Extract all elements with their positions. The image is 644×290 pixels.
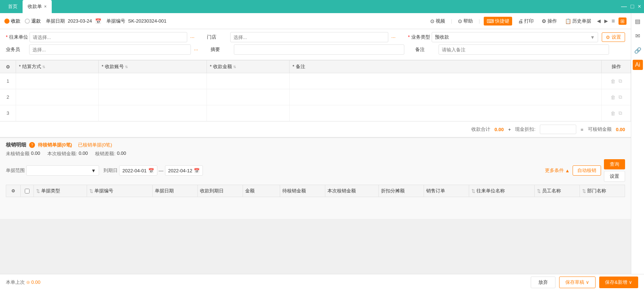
delete-icon-2[interactable]: 🗑 (610, 94, 616, 100)
remark-input-2[interactable] (292, 92, 598, 102)
td-op-3: 🗑 ⧉ (602, 105, 631, 121)
tab-home[interactable]: 首页 (3, 0, 23, 13)
refund-radio[interactable]: 退款 (25, 18, 41, 24)
td-account-3[interactable] (99, 105, 207, 121)
pending-tab[interactable]: 待核销单据(0笔) (38, 142, 72, 148)
summary-input[interactable] (234, 44, 404, 55)
verify-info-icon[interactable]: ? (29, 142, 35, 148)
sort-type-icon[interactable]: ⇅ (36, 188, 40, 194)
copy-icon-2[interactable]: ⧉ (619, 94, 622, 100)
td-account-2[interactable] (99, 89, 207, 105)
verify-table-header: ⚙ ⇅ 单据类型 ⇅ 单据编号 单据日期 收款到期日 金额 待核销金额 (6, 185, 625, 197)
sort-counterpart-icon[interactable]: ⇅ (471, 188, 475, 194)
td-amount-2[interactable] (207, 89, 290, 105)
range-select[interactable]: ▼ (26, 165, 99, 176)
rp-ai-icon[interactable]: Ai (633, 60, 643, 70)
rp-table-icon[interactable]: ▤ (633, 16, 643, 26)
more-conditions-btn[interactable]: 更多条件 ▲ (545, 167, 570, 174)
settlement-input-2[interactable] (19, 92, 95, 102)
help-btn[interactable]: ⊙ 帮助 (456, 17, 475, 25)
save-draft-arrow[interactable]: ∨ (586, 279, 589, 285)
calendar-icon[interactable]: 📅 (95, 18, 101, 24)
sort-store-icon[interactable]: ⇅ (582, 188, 586, 194)
copy-icon-1[interactable]: ⧉ (619, 78, 622, 84)
save-new-arrow[interactable]: ∨ (629, 279, 632, 285)
td-remark-2[interactable] (290, 89, 602, 105)
td-settlement-1[interactable] (16, 73, 99, 89)
nav-left-icon[interactable]: ◀ (597, 18, 601, 24)
notes-input[interactable] (439, 44, 609, 55)
salesperson-field: 业务员 ··· (6, 44, 200, 55)
store-input[interactable] (230, 32, 388, 42)
td-settlement-2[interactable] (16, 89, 99, 105)
table-row: 1 🗑 ⧉ (0, 73, 631, 89)
sort-no-icon[interactable]: ⇅ (89, 188, 93, 194)
remark-input-3[interactable] (292, 108, 598, 118)
verify-settings-btn[interactable]: 设置 (604, 171, 625, 182)
salesperson-more-icon[interactable]: ··· (192, 47, 200, 52)
vth-no-label: 单据编号 (94, 188, 113, 194)
query-btn[interactable]: 查询 (604, 159, 625, 169)
delete-icon-3[interactable]: 🗑 (610, 110, 616, 116)
settlement-input-3[interactable] (19, 108, 95, 118)
amount-input-1[interactable] (210, 76, 286, 86)
vth-settings[interactable]: ⚙ (6, 185, 21, 197)
bottom-info-icon[interactable]: ⊙ (26, 279, 30, 285)
discount-input[interactable] (540, 125, 576, 134)
settlement-input-1[interactable] (19, 76, 95, 86)
rp-link-icon[interactable]: 🔗 (633, 45, 643, 55)
abandon-btn[interactable]: 放弃 (531, 277, 555, 288)
shortcut-btn[interactable]: ⌨ 快捷键 (484, 17, 512, 26)
summary-row: 收款合计 0.00 + 现金折扣: = 可核销金额 0.00 (0, 121, 631, 137)
settings-button[interactable]: ⚙ 设置 (602, 32, 625, 42)
receipt-radio[interactable]: 收款 (4, 18, 20, 24)
sort-account[interactable]: ⇅ (125, 65, 128, 69)
minimize-icon[interactable]: — (621, 3, 627, 10)
counterpart-more-icon[interactable]: ··· (189, 34, 196, 40)
th-settings[interactable]: ⚙ (0, 60, 16, 73)
account-input-2[interactable] (102, 92, 204, 102)
save-draft-btn[interactable]: 保存草稿 ∨ (559, 277, 596, 288)
grid-icon[interactable]: ⊞ (619, 17, 627, 25)
td-settlement-3[interactable] (16, 105, 99, 121)
rp-email-icon[interactable]: ✉ (633, 31, 643, 41)
history-btn[interactable]: 📋 历史单据 (563, 17, 593, 25)
store-more-icon[interactable]: ··· (390, 34, 397, 40)
video-btn[interactable]: ⊙ 视频 (428, 17, 447, 25)
sort-amount[interactable]: ⇅ (233, 65, 236, 69)
print-btn[interactable]: 🖨 打印 (516, 17, 536, 25)
select-all-checkbox[interactable] (25, 189, 30, 193)
delete-icon-1[interactable]: 🗑 (610, 78, 616, 84)
amount-input-2[interactable] (210, 92, 286, 102)
vth-checkbox[interactable] (21, 185, 34, 197)
remark-input-1[interactable] (292, 76, 598, 86)
tab-close-icon[interactable]: × (44, 4, 47, 9)
date-to-picker[interactable]: 2022-04-12 📅 (165, 165, 203, 176)
amount-input-3[interactable] (210, 108, 286, 118)
operation-btn[interactable]: ⚙ 操作 (539, 17, 559, 25)
save-new-btn[interactable]: 保存&新增 ∨ (599, 277, 638, 288)
account-input-3[interactable] (102, 108, 204, 118)
biz-type-select[interactable]: 预收款 ▼ (432, 32, 598, 42)
th-remark-label: * 备注 (292, 63, 305, 70)
sort-employee-icon[interactable]: ⇅ (537, 188, 541, 194)
salesperson-input[interactable] (29, 44, 191, 55)
td-remark-1[interactable] (290, 73, 602, 89)
td-account-1[interactable] (99, 73, 207, 89)
sort-settlement[interactable]: ⇅ (42, 65, 45, 69)
list-icon[interactable]: ≡ (612, 18, 615, 24)
date-from-picker[interactable]: 2022-04-01 📅 (119, 165, 157, 176)
td-remark-3[interactable] (290, 105, 602, 121)
done-tab[interactable]: 已核销单据(0笔) (78, 142, 112, 148)
counterpart-input[interactable] (30, 32, 188, 42)
maximize-icon[interactable]: □ (631, 3, 634, 10)
td-amount-1[interactable] (207, 73, 290, 89)
td-amount-3[interactable] (207, 105, 290, 121)
nav-right-icon[interactable]: ▶ (604, 18, 608, 24)
account-input-1[interactable] (102, 76, 204, 86)
close-icon[interactable]: × (638, 3, 641, 10)
tab-receipt[interactable]: 收款单 × (23, 0, 52, 13)
copy-icon-3[interactable]: ⧉ (619, 110, 622, 116)
filter-right: 更多条件 ▲ 自动核销 查询 设置 (545, 159, 625, 182)
auto-verify-btn[interactable]: 自动核销 (573, 165, 601, 176)
